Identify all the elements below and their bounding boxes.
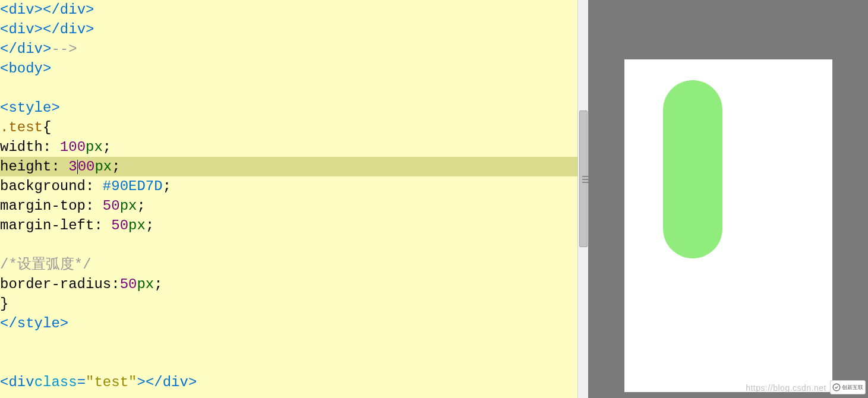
code-line[interactable]: <div class="test"></div> — [0, 372, 588, 392]
code-line[interactable] — [0, 353, 588, 372]
code-container[interactable]: <div></div> <div></div> </div>--> <body>… — [0, 0, 588, 392]
code-editor-pane[interactable]: <div></div> <div></div> </div>--> <body>… — [0, 0, 588, 398]
code-line[interactable]: <div></div> — [0, 20, 588, 39]
code-line[interactable]: /*设置弧度*/ — [0, 255, 588, 274]
code-line[interactable] — [0, 235, 588, 255]
code-line[interactable] — [0, 333, 588, 353]
code-line[interactable]: border-radius:50px; — [0, 274, 588, 294]
preview-pane: https://blog.csdn.net 创新互联 — [588, 0, 868, 398]
code-line[interactable]: height: 300px; — [0, 157, 588, 176]
code-line[interactable]: <style> — [0, 98, 588, 118]
code-line[interactable]: <body> — [0, 59, 588, 78]
code-line[interactable]: </div>--> — [0, 39, 588, 59]
logo-text: 创新互联 — [842, 384, 863, 391]
watermark-text: https://blog.csdn.net — [746, 383, 826, 394]
logo-icon — [832, 383, 841, 391]
logo-badge: 创新互联 — [830, 380, 866, 394]
code-line[interactable]: width: 100px; — [0, 137, 588, 157]
vertical-scrollbar[interactable] — [577, 0, 588, 398]
code-line[interactable]: margin-top: 50px; — [0, 196, 588, 216]
code-line[interactable] — [0, 78, 588, 98]
code-line[interactable]: background: #90ED7D; — [0, 176, 588, 196]
code-line[interactable]: margin-left: 50px; — [0, 216, 588, 235]
scrollbar-thumb[interactable] — [579, 110, 588, 247]
code-line[interactable]: .test{ — [0, 118, 588, 137]
svg-point-0 — [833, 384, 840, 391]
code-line[interactable]: <div></div> — [0, 0, 588, 20]
preview-page — [624, 59, 832, 392]
code-line[interactable]: </style> — [0, 314, 588, 333]
preview-test-div — [663, 80, 722, 258]
code-line[interactable]: } — [0, 294, 588, 314]
